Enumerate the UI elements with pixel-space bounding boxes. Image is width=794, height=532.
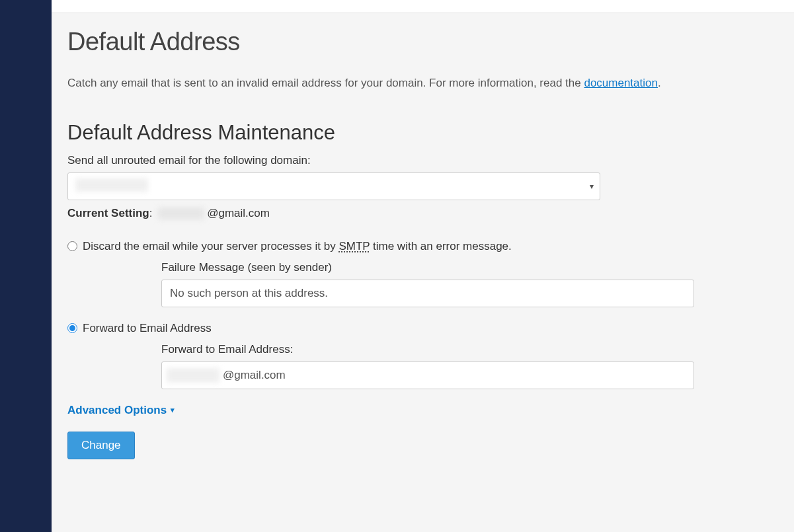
forward-radio[interactable] [67, 323, 77, 333]
forward-option-row[interactable]: Forward to Email Address [67, 322, 778, 335]
discard-radio[interactable] [67, 241, 77, 251]
description-text: Catch any email that is sent to an inval… [67, 77, 584, 89]
failure-message-field: Failure Message (seen by sender) [161, 261, 778, 307]
change-button[interactable]: Change [67, 432, 135, 459]
main-content: Default Address Catch any email that is … [52, 0, 794, 532]
discard-label: Discard the email while your server proc… [83, 240, 512, 253]
redacted-current-address [158, 208, 204, 219]
current-setting-label: Current Setting [67, 207, 149, 220]
failure-message-input[interactable] [161, 280, 694, 307]
advanced-options-toggle[interactable]: Advanced Options ▾ [67, 404, 175, 417]
discard-option-row[interactable]: Discard the email while your server proc… [67, 240, 778, 253]
description-suffix: . [658, 77, 661, 89]
current-setting-row: Current Setting: @gmail.com [67, 207, 778, 220]
forward-address-field: Forward to Email Address: [161, 343, 778, 389]
forward-radio-label: Forward to Email Address [83, 322, 212, 335]
domain-select-label: Send all unrouted email for the followin… [67, 154, 778, 167]
top-bar [52, 0, 794, 13]
page-title: Default Address [67, 28, 778, 56]
section-heading: Default Address Maintenance [67, 121, 778, 145]
domain-select-wrapper: ▾ [67, 172, 600, 200]
current-setting-suffix: @gmail.com [207, 207, 270, 220]
failure-message-label: Failure Message (seen by sender) [161, 261, 778, 274]
smtp-abbr: SMTP [338, 240, 370, 252]
advanced-options-label: Advanced Options [67, 404, 167, 417]
documentation-link[interactable]: documentation [584, 77, 658, 89]
domain-select[interactable] [67, 172, 600, 200]
content-area: Default Address Catch any email that is … [52, 13, 794, 474]
forward-address-input[interactable] [161, 361, 694, 389]
page-description: Catch any email that is sent to an inval… [67, 75, 778, 92]
sidebar [0, 0, 52, 532]
caret-down-icon: ▾ [171, 406, 175, 414]
forward-address-label: Forward to Email Address: [161, 343, 778, 356]
